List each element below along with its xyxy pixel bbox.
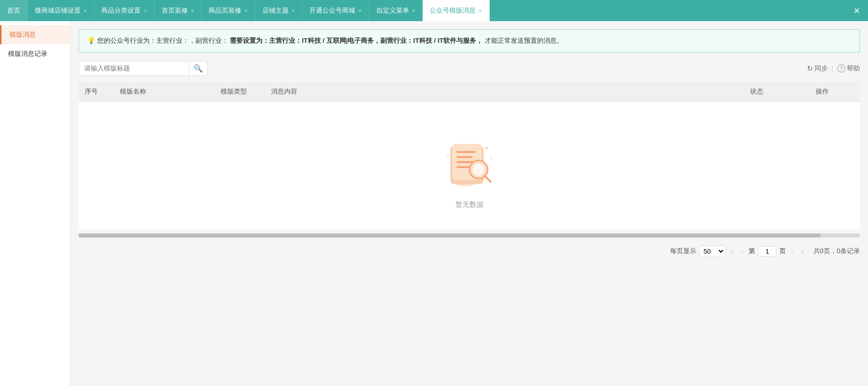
page-number-input[interactable] bbox=[758, 246, 776, 257]
tab-open-mall[interactable]: 开通公众号商城 × bbox=[302, 0, 369, 21]
sync-label: 同步 bbox=[815, 64, 828, 73]
tab-open-mall-close[interactable]: × bbox=[358, 8, 361, 14]
col-action: 操作 bbox=[810, 82, 860, 102]
page-label: 页 bbox=[779, 247, 786, 256]
data-table: 序号 模版名称 模版类型 消息内容 状态 操作 bbox=[79, 82, 860, 229]
help-icon: ? bbox=[837, 64, 845, 72]
col-name: 模版名称 bbox=[114, 82, 215, 102]
alert-text-prefix: 您的公众号行业为：主营行业：，副营行业： bbox=[97, 37, 228, 44]
svg-text:✦: ✦ bbox=[490, 157, 493, 160]
tab-category-settings-close[interactable]: × bbox=[144, 8, 147, 14]
tab-home-decoration-label: 首页装修 bbox=[162, 6, 188, 15]
svg-rect-6 bbox=[456, 166, 471, 168]
sidebar-item-template-msg-record[interactable]: 模版消息记录 bbox=[0, 44, 70, 63]
tab-shop-settings[interactable]: 微商城店铺设置 × bbox=[28, 0, 94, 21]
help-label: 帮助 bbox=[847, 64, 860, 73]
page-total: 共0页，0条记录 bbox=[814, 247, 860, 256]
tab-store-theme-label: 店铺主题 bbox=[262, 6, 289, 15]
sidebar-item-template-msg[interactable]: 模版消息 bbox=[0, 25, 70, 44]
alert-box: 💡 您的公众号行业为：主营行业：，副营行业： 需要设置为：主营行业：IT科技 /… bbox=[79, 29, 860, 53]
empty-row: ✦ ✦ ✦ 暂无数据 bbox=[79, 101, 860, 229]
page-prefix: 第 bbox=[749, 247, 755, 256]
tab-home-decoration-close[interactable]: × bbox=[191, 8, 194, 14]
sync-button[interactable]: ↻ 同步 bbox=[807, 64, 828, 73]
svg-rect-4 bbox=[456, 156, 473, 158]
table-scrollbar-thumb bbox=[79, 234, 821, 238]
col-content: 消息内容 bbox=[265, 82, 744, 102]
tab-custom-menu-label: 自定义菜单 bbox=[376, 6, 409, 15]
col-type: 模版类型 bbox=[215, 82, 265, 102]
close-all-button[interactable]: ✕ bbox=[845, 6, 868, 16]
sidebar-item-template-msg-label: 模版消息 bbox=[10, 31, 36, 38]
next-page-button[interactable]: › bbox=[789, 246, 795, 256]
page-size-select[interactable]: 50 10 20 100 bbox=[699, 246, 725, 257]
divider: | bbox=[832, 64, 833, 72]
table-scrollbar[interactable] bbox=[79, 234, 860, 238]
tab-custom-menu[interactable]: 自定义菜单 × bbox=[369, 0, 423, 21]
main-layout: 模版消息 模版消息记录 💡 您的公众号行业为：主营行业：，副营行业： 需要设置为… bbox=[0, 21, 868, 386]
col-index: 序号 bbox=[79, 82, 114, 102]
empty-state: ✦ ✦ ✦ 暂无数据 bbox=[79, 102, 860, 229]
last-page-button[interactable]: » bbox=[798, 246, 807, 256]
search-button[interactable]: 🔍 bbox=[189, 61, 208, 76]
search-bar-left: 🔍 bbox=[79, 61, 208, 76]
tab-shop-settings-label: 微商城店铺设置 bbox=[35, 6, 81, 15]
tab-category-settings[interactable]: 商品分类设置 × bbox=[94, 0, 154, 21]
tab-template-message-close[interactable]: × bbox=[479, 8, 482, 14]
tab-category-settings-label: 商品分类设置 bbox=[101, 6, 141, 15]
tab-home[interactable]: 首页 bbox=[0, 0, 28, 21]
svg-point-8 bbox=[473, 164, 485, 176]
tab-store-theme[interactable]: 店铺主题 × bbox=[255, 0, 302, 21]
svg-line-9 bbox=[485, 176, 491, 182]
empty-text: 暂无数据 bbox=[79, 200, 860, 209]
search-input[interactable] bbox=[79, 61, 189, 76]
help-button[interactable]: ? 帮助 bbox=[837, 64, 860, 73]
content-area: 💡 您的公众号行业为：主营行业：，副营行业： 需要设置为：主营行业：IT科技 /… bbox=[71, 21, 868, 386]
tab-open-mall-label: 开通公众号商城 bbox=[309, 6, 355, 15]
tab-product-decoration-close[interactable]: × bbox=[244, 8, 247, 14]
svg-text:✦: ✦ bbox=[485, 145, 489, 151]
tab-store-theme-close[interactable]: × bbox=[292, 8, 295, 14]
search-bar-right: ↻ 同步 | ? 帮助 bbox=[807, 64, 860, 73]
tab-product-decoration-label: 商品页装修 bbox=[209, 6, 241, 15]
tab-custom-menu-close[interactable]: × bbox=[412, 8, 415, 14]
alert-text-suffix: 才能正常发送预置的消息。 bbox=[485, 37, 563, 44]
sidebar-item-template-msg-record-label: 模版消息记录 bbox=[8, 50, 47, 57]
search-bar: 🔍 ↻ 同步 | ? 帮助 bbox=[79, 61, 860, 76]
tab-product-decoration[interactable]: 商品页装修 × bbox=[202, 0, 255, 21]
table-header-row: 序号 模版名称 模版类型 消息内容 状态 操作 bbox=[79, 82, 860, 102]
svg-point-10 bbox=[474, 165, 478, 169]
pagination: 每页显示 50 10 20 100 « ‹ 第 页 › » 共0页，0条记录 bbox=[79, 242, 860, 261]
top-nav: 首页 微商城店铺设置 × 商品分类设置 × 首页装修 × 商品页装修 × 店铺主… bbox=[0, 0, 868, 21]
empty-icon: ✦ ✦ ✦ bbox=[439, 132, 500, 192]
sidebar: 模版消息 模版消息记录 bbox=[0, 21, 71, 386]
tab-home-label: 首页 bbox=[7, 6, 20, 15]
svg-rect-3 bbox=[456, 151, 476, 153]
prev-page-button[interactable]: ‹ bbox=[739, 246, 746, 256]
tab-template-message-label: 公众号模版消息 bbox=[430, 6, 476, 15]
svg-text:✦: ✦ bbox=[446, 153, 450, 158]
tab-shop-settings-close[interactable]: × bbox=[84, 8, 87, 14]
search-icon: 🔍 bbox=[193, 64, 203, 72]
col-status: 状态 bbox=[744, 82, 810, 102]
tab-home-decoration[interactable]: 首页装修 × bbox=[155, 0, 202, 21]
tab-template-message[interactable]: 公众号模版消息 × bbox=[423, 0, 489, 21]
page-size-label: 每页显示 bbox=[670, 247, 696, 256]
first-page-button[interactable]: « bbox=[728, 246, 737, 256]
alert-text-highlight: 需要设置为：主营行业：IT科技 / 互联网|电子商务，副营行业：IT科技 / I… bbox=[230, 37, 483, 44]
alert-icon: 💡 bbox=[87, 37, 95, 44]
sync-icon: ↻ bbox=[807, 64, 813, 72]
